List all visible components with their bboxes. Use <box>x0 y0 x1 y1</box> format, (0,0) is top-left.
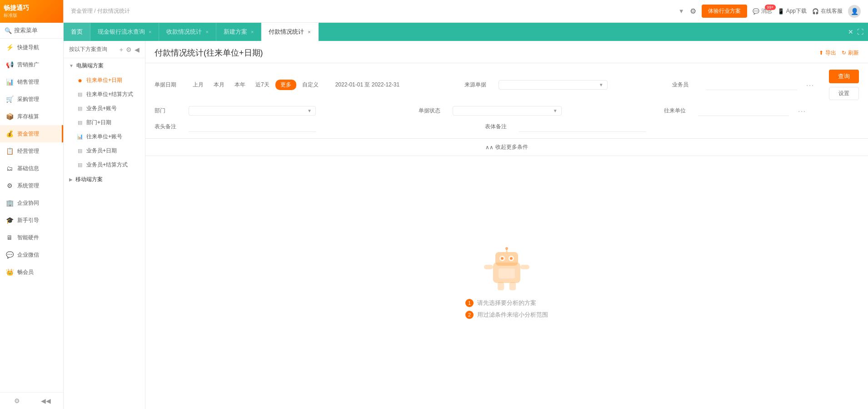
scheme-item-dept-date[interactable]: ▤ 部门+日期 <box>64 116 145 130</box>
scheme-group-mobile-header[interactable]: ▶ 移动端方案 <box>64 172 145 187</box>
marketing-icon: 📢 <box>5 61 14 69</box>
dept-select[interactable]: ▼ <box>189 106 316 116</box>
app-download-button[interactable]: 📱 App下载 <box>778 7 807 15</box>
sidebar-item-wechat[interactable]: 💬 企业微信 <box>0 246 63 263</box>
sidebar-item-purchase[interactable]: 🛒 采购管理 <box>0 91 63 108</box>
export-icon: ⬆ <box>819 50 823 56</box>
date-btn-last-month[interactable]: 上月 <box>189 80 208 90</box>
sidebar-item-basic-info[interactable]: 🗂 基础信息 <box>0 160 63 177</box>
tab-receipt-stats-label: 收款情况统计 <box>166 28 202 36</box>
sidebar-item-guide[interactable]: 🎓 新手引导 <box>0 212 63 229</box>
query-button[interactable]: 查询 <box>829 70 859 83</box>
scheme-item-unit-date[interactable]: ● 往来单位+日期 <box>64 73 145 87</box>
date-btn-this-year[interactable]: 本年 <box>230 80 249 90</box>
svg-rect-9 <box>520 265 529 269</box>
tab-receipt-stats[interactable]: 收款情况统计 × <box>159 23 216 41</box>
doc-status-dropdown-icon: ▼ <box>553 108 558 113</box>
tab-expand-button[interactable]: ⛶ <box>857 28 863 35</box>
try-industry-button[interactable]: 体验行业方案 <box>702 5 747 18</box>
source-select[interactable]: ▼ <box>499 80 608 90</box>
filter-settings-button[interactable]: 设置 <box>829 87 859 100</box>
collapse-more-bar[interactable]: ∧∧ 收起更多条件 <box>145 139 868 156</box>
tab-bank-flow-close[interactable]: × <box>149 29 151 35</box>
sidebar-item-marketing[interactable]: 📢 营销推广 <box>0 56 63 73</box>
scheme-settings-button[interactable]: ⚙ <box>126 46 132 53</box>
scheme-group-desktop-header[interactable]: ▼ 电脑端方案 <box>64 58 145 73</box>
sidebar-item-funds[interactable]: 💰 资金管理 <box>0 125 63 142</box>
sidebar-item-label: 经营管理 <box>17 147 39 155</box>
tab-home[interactable]: 首页 <box>64 23 90 41</box>
staff-input[interactable] <box>706 80 797 90</box>
collapse-more-label: 收起更多条件 <box>495 143 528 151</box>
sidebar-item-sales[interactable]: 📊 销售管理 <box>0 73 63 91</box>
doc-status-select[interactable]: ▼ <box>453 106 562 116</box>
avatar-icon: 👤 <box>851 8 858 15</box>
staff-dots[interactable]: ··· <box>806 81 814 89</box>
tab-new-scheme-close[interactable]: × <box>251 29 254 35</box>
sidebar-item-operations[interactable]: 📋 经营管理 <box>0 142 63 160</box>
refresh-button[interactable]: ↻ 刷新 <box>842 49 859 57</box>
sidebar-item-enterprise[interactable]: 🏢 企业协同 <box>0 194 63 212</box>
notification-button[interactable]: 💬 消息 99+ <box>753 7 772 15</box>
system-icon: ⚙ <box>5 182 14 190</box>
partner-input[interactable] <box>698 106 789 116</box>
topbar-actions: ⚙ 体验行业方案 💬 消息 99+ 📱 App下载 🎧 在线客服 👤 <box>690 5 861 18</box>
tab-receipt-stats-close[interactable]: × <box>205 29 208 35</box>
svg-rect-10 <box>498 282 504 290</box>
partner-label: 往来单位 <box>664 107 689 115</box>
sidebar-search[interactable]: 🔍 搜索菜单 <box>0 23 63 39</box>
inventory-icon: 📦 <box>5 112 14 121</box>
scheme-add-button[interactable]: + <box>120 46 123 53</box>
hardware-icon: 🖥 <box>5 233 14 242</box>
app-download-label: App下载 <box>786 7 807 15</box>
sidebar-item-label: 资金管理 <box>17 130 39 138</box>
online-service-button[interactable]: 🎧 在线客服 <box>812 7 843 15</box>
sidebar-item-system[interactable]: ⚙ 系统管理 <box>0 177 63 194</box>
topbar-dropdown-icon[interactable]: ▼ <box>678 8 684 15</box>
scheme-item-unit-settle[interactable]: ▤ 往来单位+结算方式 <box>64 87 145 101</box>
sidebar-item-quick-nav[interactable]: ⚡ 快捷导航 <box>0 39 63 56</box>
tab-payment-stats-close[interactable]: × <box>308 29 310 35</box>
tab-home-label: 首页 <box>71 28 83 36</box>
sidebar-collapse-button[interactable]: ◀◀ <box>34 397 59 404</box>
page-header-actions: ⬆ 导出 ↻ 刷新 <box>819 49 859 57</box>
scheme-item-label: 业务员+结算方式 <box>86 161 128 169</box>
sidebar-item-vip[interactable]: 👑 畅会员 <box>0 263 63 281</box>
scheme-group-mobile-arrow: ▶ <box>69 177 73 182</box>
sidebar-item-inventory[interactable]: 📦 库存核算 <box>0 108 63 125</box>
date-btn-more[interactable]: 更多 <box>275 80 296 90</box>
scheme-collapse-button[interactable]: ◀ <box>135 46 140 53</box>
tab-bank-flow[interactable]: 现金银行流水查询 × <box>90 23 159 41</box>
table-header-input[interactable] <box>189 121 316 132</box>
tabs-end: ✕ ⛶ <box>848 28 868 35</box>
tab-close-all-button[interactable]: ✕ <box>848 28 853 35</box>
topbar-settings-icon[interactable]: ⚙ <box>690 7 696 15</box>
filter-row-1: 单据日期 上月 本月 本年 近7天 更多 自定义 2022-01-01 至 20… <box>155 70 859 100</box>
scheme-item-staff-account[interactable]: ▤ 业务员+账号 <box>64 101 145 116</box>
sidebar-logo: 畅捷通巧 <box>4 4 29 12</box>
notification-icon: 💬 <box>753 8 759 15</box>
date-btn-this-month[interactable]: 本月 <box>210 80 229 90</box>
user-avatar[interactable]: 👤 <box>848 5 861 18</box>
tip-num-1: 1 <box>465 299 474 307</box>
partner-dots[interactable]: ··· <box>798 107 806 115</box>
tab-new-scheme[interactable]: 新建方案 × <box>216 23 261 41</box>
scheme-group-label: 电脑端方案 <box>76 62 104 70</box>
scheme-item-staff-settle[interactable]: ▤ 业务员+结算方式 <box>64 158 145 172</box>
date-btn-7days[interactable]: 近7天 <box>251 80 274 90</box>
scheme-item-staff-date[interactable]: ▤ 业务员+日期 <box>64 144 145 158</box>
sidebar-settings-button[interactable]: ⚙ <box>5 397 30 404</box>
export-button[interactable]: ⬆ 导出 <box>819 49 836 57</box>
scheme-item-icon: ▤ <box>76 105 84 112</box>
date-btn-custom[interactable]: 自定义 <box>298 80 323 90</box>
tab-payment-stats[interactable]: 付款情况统计 × <box>261 23 318 41</box>
table-body-input[interactable] <box>519 121 646 132</box>
sidebar-item-label: 基础信息 <box>17 165 39 172</box>
page-header: 付款情况统计(往来单位+日期) ⬆ 导出 ↻ 刷新 <box>145 41 868 63</box>
empty-tip-2-text: 用过滤条件来缩小分析范围 <box>477 311 548 319</box>
filter-area: 单据日期 上月 本月 本年 近7天 更多 自定义 2022-01-01 至 20… <box>145 63 868 139</box>
scheme-item-unit-account[interactable]: 📊 往来单位+账号 <box>64 130 145 144</box>
scheme-group-desktop: ▼ 电脑端方案 ● 往来单位+日期 ▤ 往来单位+结算方式 ▤ 业务员+账号 ▤ <box>64 58 145 172</box>
sidebar-item-hardware[interactable]: 🖥 智能硬件 <box>0 229 63 246</box>
sidebar-item-label: 系统管理 <box>17 182 39 190</box>
